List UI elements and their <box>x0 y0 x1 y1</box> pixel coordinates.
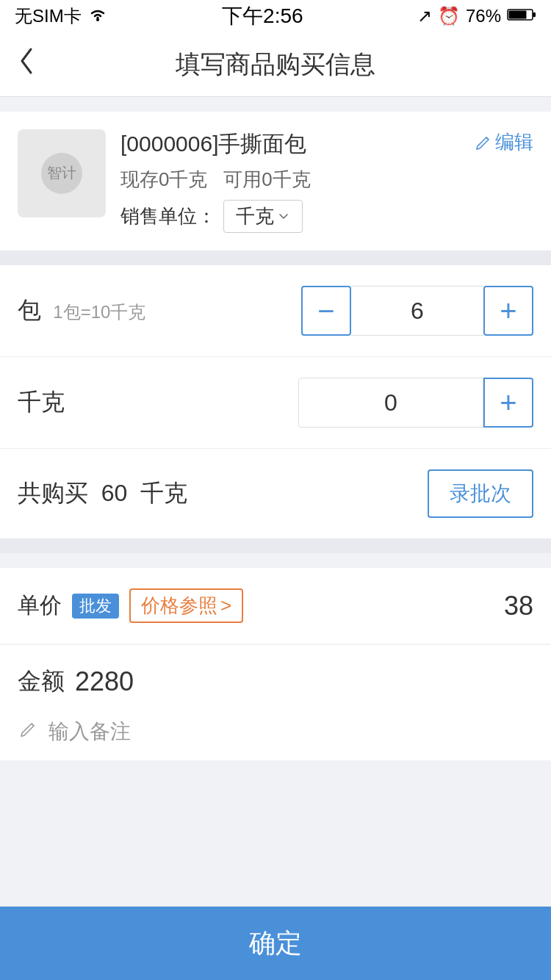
price-section: 单价 批发 价格参照 > 38 <box>0 568 551 644</box>
bao-increment-button[interactable]: + <box>483 286 533 336</box>
status-right: ↗ ⏰ 76% <box>417 6 536 26</box>
product-name-row: [0000006]手撕面包 编辑 <box>120 129 533 159</box>
total-unit: 千克 <box>140 480 187 506</box>
product-image: 智计 <box>18 129 106 217</box>
product-card: 智计 [0000006]手撕面包 编辑 现存0千克 可用0千克 销售单位： 千克 <box>0 112 551 251</box>
location-icon: ↗ <box>417 6 432 26</box>
page-title: 填写商品购买信息 <box>176 48 375 82</box>
divider-1 <box>0 251 551 265</box>
alarm-icon: ⏰ <box>438 6 460 26</box>
status-time: 下午2:56 <box>222 2 303 30</box>
kg-increment-button[interactable]: + <box>483 378 533 428</box>
svg-point-0 <box>96 18 99 21</box>
kg-row: 千克 + <box>0 357 551 449</box>
bao-decrement-button[interactable]: − <box>301 286 351 336</box>
confirm-button[interactable]: 确定 <box>0 907 551 980</box>
unit-label: 销售单位： <box>120 203 216 229</box>
svg-rect-3 <box>509 11 527 19</box>
svg-text:智计: 智计 <box>47 165 76 181</box>
price-ref-arrow: > <box>220 594 231 617</box>
stock-text: 现存0千克 <box>120 168 207 190</box>
product-name: [0000006]手撕面包 <box>120 129 306 159</box>
remark-icon <box>18 717 41 746</box>
price-tag-pifa: 批发 <box>72 594 119 619</box>
kg-input[interactable] <box>298 378 483 428</box>
battery-icon <box>507 6 536 26</box>
back-button[interactable] <box>18 46 35 82</box>
product-stock: 现存0千克 可用0千克 <box>120 167 533 192</box>
price-row: 单价 批发 价格参照 > 38 <box>18 588 533 623</box>
kg-controls: + <box>298 378 533 428</box>
wifi-icon <box>87 6 108 26</box>
nav-bar: 填写商品购买信息 <box>0 32 551 97</box>
status-bar: 无SIM卡 下午2:56 ↗ ⏰ 76% <box>0 0 551 32</box>
price-ref-button[interactable]: 价格参照 > <box>129 588 243 623</box>
remark-placeholder: 输入备注 <box>48 718 131 746</box>
product-unit-row: 销售单位： 千克 <box>120 200 533 233</box>
price-value: 38 <box>504 591 533 621</box>
bao-label-container: 包 1包=10千克 <box>18 295 145 327</box>
unit-value: 千克 <box>236 203 274 229</box>
batch-button[interactable]: 录批次 <box>428 469 533 518</box>
bao-label: 包 <box>18 297 41 323</box>
amount-value: 2280 <box>75 666 134 697</box>
price-ref-label: 价格参照 <box>141 593 217 619</box>
divider-2 <box>0 538 551 553</box>
edit-button[interactable]: 编辑 <box>475 129 533 155</box>
kg-label: 千克 <box>18 386 76 419</box>
amount-row: 金额 2280 <box>18 666 533 698</box>
bao-controls: − + <box>301 286 533 336</box>
total-row: 共购买 60 千克 录批次 <box>0 449 551 538</box>
battery-text: 76% <box>466 6 501 26</box>
amount-section: 金额 2280 输入备注 <box>0 645 551 760</box>
svg-rect-2 <box>533 12 536 17</box>
status-left: 无SIM卡 <box>15 4 108 28</box>
total-text: 共购买 60 千克 <box>18 478 187 510</box>
amount-label: 金额 <box>18 666 65 698</box>
bao-row: 包 1包=10千克 − + <box>0 265 551 357</box>
bao-sublabel: 1包=10千克 <box>53 302 145 322</box>
carrier-text: 无SIM卡 <box>15 4 82 28</box>
product-info: [0000006]手撕面包 编辑 现存0千克 可用0千克 销售单位： 千克 <box>120 129 533 233</box>
total-amount: 60 <box>101 480 128 506</box>
unit-select[interactable]: 千克 <box>223 200 303 233</box>
total-label: 共购买 <box>18 480 88 506</box>
available-text: 可用0千克 <box>223 168 310 190</box>
price-label: 单价 <box>18 591 62 621</box>
input-section: 包 1包=10千克 − + 千克 + <box>0 265 551 449</box>
edit-label: 编辑 <box>495 129 533 155</box>
remark-row[interactable]: 输入备注 <box>18 710 533 753</box>
bao-input[interactable] <box>351 286 483 336</box>
